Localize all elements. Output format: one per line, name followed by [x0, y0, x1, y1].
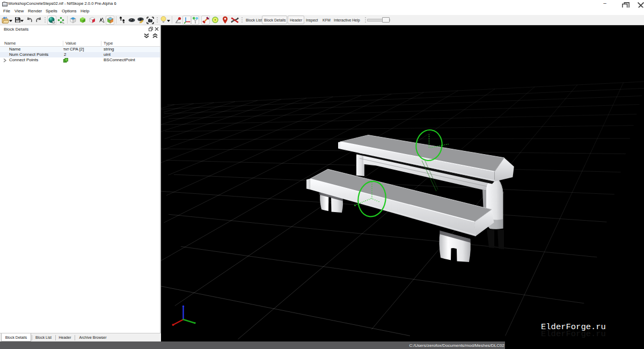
svg-text:ElderForge.ru: ElderForge.ru	[541, 329, 606, 339]
